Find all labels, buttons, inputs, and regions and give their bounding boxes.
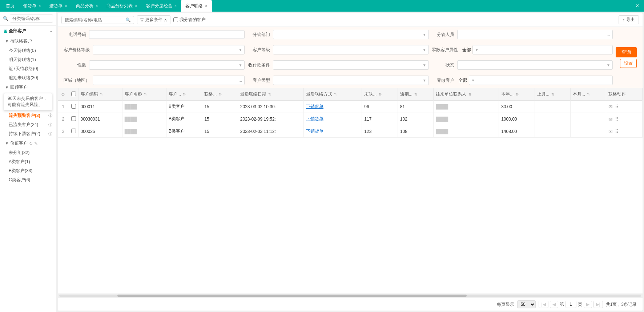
per-page-select[interactable]: 50 20 100 (517, 300, 536, 308)
th-this-month: 本月... ⇅ (570, 88, 606, 101)
contact-action-icon[interactable]: ✉ (608, 116, 613, 122)
tab-customer-tier-close[interactable]: × (174, 4, 177, 8)
dept-select[interactable]: ▼ (273, 30, 428, 39)
th-last-method: 最后联络方式 ⇅ (303, 88, 362, 101)
region-more[interactable]: ... (238, 78, 242, 83)
status-select[interactable]: ▼ (457, 60, 613, 70)
region-select[interactable]: ... (93, 76, 245, 85)
tab-analysis-close[interactable]: × (96, 4, 98, 8)
more-action-icon[interactable]: ⠿ (615, 116, 619, 122)
sort-icon-overdue[interactable]: ⇅ (414, 92, 417, 96)
last-page-button[interactable]: ▶| (593, 301, 603, 308)
sidebar-item-7days[interactable]: 近7天待联络(0) (0, 64, 56, 73)
sidebar-item-tomorrow[interactable]: 明天待联络(1) (0, 55, 56, 64)
sidebar-group-review[interactable]: ▼ 回顾客户 (0, 82, 56, 92)
tab-customer-contact[interactable]: 客户联络 × (181, 0, 212, 12)
dept-label: 分管部门 (247, 32, 273, 38)
row-checkbox-1[interactable] (69, 113, 78, 125)
row-checkbox-0[interactable] (69, 101, 78, 113)
scrollbar-thumb[interactable] (117, 295, 467, 297)
payment-select[interactable]: ▼ (273, 60, 428, 70)
pagination: 每页显示 50 20 100 |◀ ◀ 第 页 ▶ ▶| 共1页，3条记录 (58, 298, 643, 311)
staff-more[interactable]: ... (607, 32, 610, 37)
row-action-1[interactable]: ✉ ⠿ (606, 113, 643, 125)
filter-search-box[interactable]: 🔍 (61, 16, 134, 24)
refresh-icon[interactable]: ↻ (29, 141, 33, 146)
row-action-2[interactable]: ✉ ⠿ (606, 125, 643, 138)
row-last-method-0[interactable]: 下销货单 (303, 101, 362, 113)
phone-input[interactable] (89, 30, 245, 39)
sidebar-item-class-c[interactable]: C类客户(6) (0, 175, 56, 185)
sidebar-search-input[interactable] (10, 15, 53, 23)
sidebar-item-class-b[interactable]: B类客户(33) (0, 166, 56, 175)
next-page-button[interactable]: ▶ (584, 301, 592, 308)
tab-analysis-list[interactable]: 商品分析列表 × (102, 0, 141, 12)
export-button[interactable]: ↑ 导出 (619, 15, 639, 24)
edit-group-icon[interactable]: ✎ (34, 141, 38, 146)
sort-icon-contact[interactable]: ⇅ (219, 92, 222, 96)
customer-level-select[interactable]: ▼ (273, 45, 428, 54)
sidebar-item-class-a[interactable]: A类客户(1) (0, 157, 56, 166)
content-area: 🔍 ▽ 更多条件 ∧ 我分管的客户 ↑ 导出 (58, 13, 643, 311)
my-customers-checkbox[interactable] (173, 17, 178, 22)
more-conditions-button[interactable]: ▽ 更多条件 ∧ (137, 15, 170, 24)
zero-attr-select[interactable]: ▼ (472, 45, 613, 54)
tab-sales[interactable]: 销货单 × (19, 0, 45, 12)
tab-purchase[interactable]: 进货单 × (45, 0, 71, 12)
tab-analysis[interactable]: 商品分析 × (72, 0, 102, 12)
sidebar-item-declining[interactable]: 持续下滑客户(2) ⓘ (0, 129, 56, 138)
th-settings[interactable]: ⚙ (58, 88, 69, 101)
zero-customer-select[interactable]: ▼ (469, 76, 613, 85)
tab-customer-tier[interactable]: 客户分层经营 × (142, 0, 181, 12)
sort-icon-this-year[interactable]: ⇅ (516, 92, 519, 96)
more-action-icon[interactable]: ⠿ (615, 104, 619, 110)
select-all-checkbox[interactable] (71, 92, 76, 96)
horizontal-scrollbar[interactable] (58, 293, 643, 298)
sidebar-item-churned[interactable]: 已流失客户(24) ⓘ (0, 120, 56, 129)
tab-sales-close[interactable]: × (39, 4, 41, 8)
sidebar-all-customers[interactable]: ⊞ 全部客户 « (0, 26, 56, 36)
window-close-button[interactable]: × (632, 3, 643, 9)
row-last-method-2[interactable]: 下销货单 (303, 125, 362, 138)
sort-icon-this-month[interactable]: ⇅ (587, 92, 590, 96)
more-action-icon[interactable]: ⠿ (615, 129, 619, 134)
page-input[interactable] (565, 301, 576, 308)
sidebar-group-pending[interactable]: ▼ 待联络客户 (0, 36, 56, 46)
tab-purchase-close[interactable]: × (65, 4, 67, 8)
contact-action-icon[interactable]: ✉ (608, 104, 613, 110)
main-layout: 🔍 ⊞ 全部客户 « ▼ 待联络客户 今天待联络(0) 明天待联络(1) 近7天… (0, 12, 644, 312)
row-last-method-1[interactable]: 下销货单 (303, 113, 362, 125)
query-button[interactable]: 查询 (616, 47, 637, 57)
sidebar-item-churn-warning[interactable]: 流失预警客户(3) ⓘ (0, 111, 56, 120)
th-checkbox[interactable] (69, 88, 78, 101)
first-page-button[interactable]: |◀ (539, 301, 548, 308)
sidebar-group-value[interactable]: ▼ 价值客户 ↻ ✎ (0, 138, 56, 148)
filter-search-input[interactable] (65, 17, 124, 23)
sort-icon-last-month[interactable]: ⇅ (551, 92, 554, 96)
settings-button[interactable]: 设置 (620, 59, 637, 68)
staff-select[interactable]: ... (457, 30, 613, 39)
sidebar-item-today[interactable]: 今天待联络(0) (0, 46, 56, 55)
sort-icon-uncontact[interactable]: ⇅ (379, 92, 382, 96)
sort-icon-name[interactable]: ⇅ (144, 92, 147, 96)
tab-home[interactable]: 首页 (1, 0, 19, 12)
sort-icon-code[interactable]: ⇅ (100, 92, 103, 96)
prev-page-button[interactable]: ◀ (550, 301, 558, 308)
sort-icon-type[interactable]: ⇅ (183, 92, 186, 96)
row-checkbox-2[interactable] (69, 125, 78, 138)
sort-icon-last-date[interactable]: ⇅ (268, 92, 271, 96)
price-level-select[interactable]: ▼ (93, 45, 245, 54)
my-customers-checkbox-label[interactable]: 我分管的客户 (173, 17, 206, 23)
sort-icon-contacts[interactable]: ⇅ (468, 92, 471, 96)
row-action-0[interactable]: ✉ ⠿ (606, 101, 643, 113)
sort-icon-last-method[interactable]: ⇅ (334, 92, 337, 96)
sidebar-item-ungrouped[interactable]: 未分组(32) (0, 148, 56, 157)
filter-search-icon[interactable]: 🔍 (125, 17, 131, 23)
contact-action-icon[interactable]: ✉ (608, 129, 613, 134)
tab-analysis-list-close[interactable]: × (135, 4, 137, 8)
gender-select[interactable]: ▼ (89, 60, 245, 70)
tab-customer-contact-close[interactable]: × (205, 4, 207, 8)
settings-icon[interactable]: ⚙ (61, 92, 65, 97)
sidebar-item-overdue[interactable]: 逾期未联络(30) (0, 73, 56, 82)
customer-type-select[interactable]: ▼ (273, 76, 428, 85)
